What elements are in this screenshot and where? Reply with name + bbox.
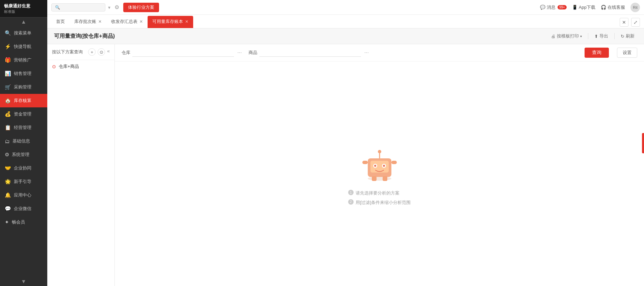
enterprise-icon: 🤝 <box>5 165 11 171</box>
sidebar-scroll-up[interactable]: ▲ <box>0 18 47 26</box>
sidebar-item-label: 企业协同 <box>14 165 31 171</box>
sidebar-item-inventory[interactable]: 🏠 库存核算 <box>0 94 47 107</box>
app-download-btn[interactable]: 📱 App下载 <box>572 4 595 10</box>
svg-point-6 <box>383 165 385 167</box>
sidebar-item-label: 企业微信 <box>14 206 31 212</box>
sidebar-item-label: 畅会员 <box>12 219 25 225</box>
message-btn[interactable]: 💬 消息 99+ <box>540 4 567 10</box>
filter-settings-button[interactable]: 设置 <box>617 48 637 58</box>
product-input[interactable] <box>259 49 361 57</box>
operation-icon: 📋 <box>5 125 11 131</box>
sidebar-item-label: 基础信息 <box>12 138 30 144</box>
empty-hint-2: 2 用[过滤]条件来缩小分析范围 <box>348 199 411 206</box>
app-download-label: App下载 <box>579 4 595 10</box>
tab-available-label: 可用量库存账本 <box>152 19 183 25</box>
sidebar-item-newuser[interactable]: 🌟 新手引导 <box>0 175 47 188</box>
scheme-warehouse-product[interactable]: ⊙ 仓库+商品 <box>47 60 114 73</box>
warehouse-input[interactable] <box>132 49 234 57</box>
sidebar-item-label: 营销推广 <box>14 57 31 63</box>
shortcut-icon: ⚡ <box>5 44 11 50</box>
content-area: 按以下方案查询 + ⊙ « ⊙ 仓库+商品 仓库 ··· <box>47 44 644 286</box>
chart-icon: 📊 <box>5 71 11 77</box>
tab-batch-close[interactable]: ✕ <box>98 19 102 24</box>
gear-icon[interactable]: ⚙ <box>114 4 119 10</box>
message-label: 消息 <box>547 4 556 10</box>
svg-rect-11 <box>372 176 377 181</box>
product-dots[interactable]: ··· <box>363 50 370 56</box>
topbar: 🔍 ▾ ⚙ 体验行业方案 💬 消息 99+ 📱 App下载 🎧 在线客服 Rit <box>47 0 644 15</box>
sidebar-item-system[interactable]: ⚙ 系统管理 <box>0 148 47 161</box>
warehouse-filter: 仓库 ··· <box>122 49 243 57</box>
sidebar-item-label: 采购管理 <box>14 84 31 90</box>
tab-expand-btn[interactable]: ⤢ <box>631 18 640 27</box>
divider2 <box>614 33 615 39</box>
svg-point-0 <box>368 177 391 181</box>
topbar-right: 💬 消息 99+ 📱 App下载 🎧 在线客服 Rit <box>540 3 640 12</box>
sidebar-item-search[interactable]: 🔍 搜索菜单 <box>0 26 47 40</box>
warehouse-label: 仓库 <box>122 50 130 56</box>
tab-available[interactable]: 可用量库存账本 ✕ <box>148 16 193 28</box>
tab-home[interactable]: 首页 <box>51 16 70 28</box>
topbar-search-box[interactable]: 🔍 <box>51 3 105 11</box>
warehouse-scheme-icon: ⊙ <box>52 64 56 69</box>
apps-icon: 🔔 <box>5 192 11 198</box>
left-panel-actions: + ⊙ « <box>88 48 110 56</box>
app-download-icon: 📱 <box>572 5 577 10</box>
print-btn[interactable]: 🖨 按模板打印 ▾ <box>548 32 585 41</box>
left-panel: 按以下方案查询 + ⊙ « ⊙ 仓库+商品 <box>47 44 115 286</box>
divider <box>588 33 588 39</box>
search-input[interactable] <box>61 5 95 10</box>
sidebar-item-apps[interactable]: 🔔 应用中心 <box>0 188 47 202</box>
inventory-icon: 🏠 <box>5 98 11 104</box>
collapse-panel-btn[interactable]: « <box>107 48 110 56</box>
product-label: 商品 <box>249 50 257 56</box>
scheme-settings-btn[interactable]: ⊙ <box>98 48 105 56</box>
svg-rect-9 <box>362 161 368 164</box>
sidebar-item-label: 资金管理 <box>14 111 31 117</box>
user-avatar[interactable]: Rit <box>630 3 640 12</box>
sidebar-item-label: 搜索菜单 <box>14 30 31 36</box>
sidebar-item-shortcut[interactable]: ⚡ 快捷导航 <box>0 40 47 53</box>
tab-batch-label: 库存批次账 <box>74 19 96 25</box>
sidebar-item-base[interactable]: 🗂 基础信息 <box>0 134 47 148</box>
sidebar-item-operation[interactable]: 📋 经营管理 <box>0 121 47 134</box>
tab-close-all-btn[interactable]: ✕ <box>620 18 628 27</box>
tab-batch[interactable]: 库存批次账 ✕ <box>70 16 106 28</box>
add-scheme-btn[interactable]: + <box>88 48 96 56</box>
trial-button[interactable]: 体验行业方案 <box>123 3 159 12</box>
export-btn[interactable]: ⬆ 导出 <box>592 32 611 41</box>
member-icon: ✦ <box>5 219 9 225</box>
left-panel-header: 按以下方案查询 + ⊙ « <box>47 44 114 60</box>
tab-summary-label: 收发存汇总表 <box>111 19 137 25</box>
online-service-btn[interactable]: 🎧 在线客服 <box>601 4 625 10</box>
page-title-bar: 可用量查询(按仓库+商品) 🖨 按模板打印 ▾ ⬆ 导出 ↻ 刷新 <box>47 28 644 44</box>
dropdown-arrow[interactable]: ▾ <box>108 5 110 10</box>
tabs-right-controls: ✕ ⤢ <box>620 18 640 28</box>
product-filter: 商品 ··· <box>249 49 370 57</box>
sidebar-item-sales[interactable]: 📊 销售管理 <box>0 67 47 80</box>
warehouse-dots[interactable]: ··· <box>236 50 243 56</box>
query-button[interactable]: 查询 <box>585 48 609 58</box>
right-panel: 仓库 ··· 商品 ··· 查询 设置 <box>115 44 644 286</box>
tab-summary[interactable]: 收发存汇总表 ✕ <box>106 16 148 28</box>
sidebar-item-finance[interactable]: 💰 资金管理 <box>0 107 47 121</box>
sidebar-item-label: 经营管理 <box>14 125 31 131</box>
hint2-text: 用[过滤]条件来缩小分析范围 <box>356 199 411 206</box>
tab-summary-close[interactable]: ✕ <box>139 19 143 24</box>
sidebar-item-member[interactable]: ✦ 畅会员 <box>0 215 47 229</box>
sidebar-item-marketing[interactable]: 🎁 营销推广 <box>0 53 47 67</box>
sidebar-item-wechat[interactable]: 💬 企业微信 <box>0 202 47 215</box>
service-label: 在线客服 <box>608 4 625 10</box>
sidebar-scroll-down[interactable]: ▼ <box>0 277 47 286</box>
tab-available-close[interactable]: ✕ <box>185 19 188 24</box>
svg-point-8 <box>378 150 381 153</box>
refresh-btn[interactable]: ↻ 刷新 <box>618 32 637 41</box>
cart-icon: 🛒 <box>5 84 11 90</box>
filter-row: 仓库 ··· 商品 ··· 查询 设置 <box>115 44 644 61</box>
sidebar-item-label: 新手引导 <box>14 179 31 185</box>
sidebar-item-purchase[interactable]: 🛒 采购管理 <box>0 80 47 94</box>
refresh-icon: ↻ <box>621 34 624 39</box>
tab-home-label: 首页 <box>56 19 65 25</box>
sidebar-item-enterprise[interactable]: 🤝 企业协同 <box>0 161 47 175</box>
print-chevron-icon: ▾ <box>580 34 582 38</box>
